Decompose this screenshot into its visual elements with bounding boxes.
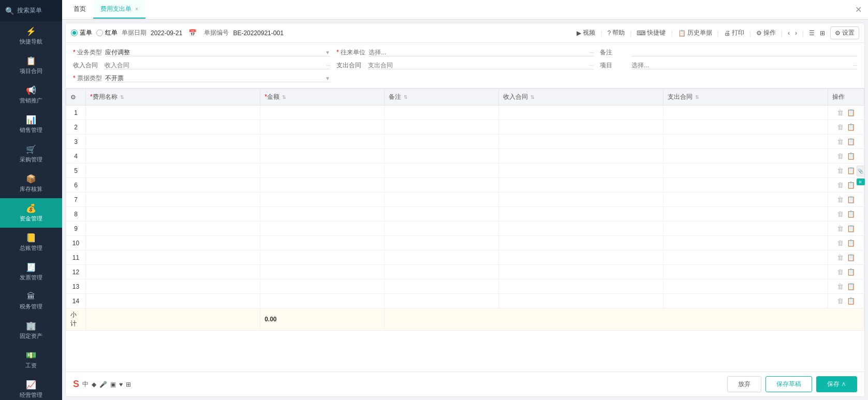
row-income-contract-12[interactable] xyxy=(498,265,663,279)
row-expense-name-8[interactable] xyxy=(86,207,260,221)
row-delete-1[interactable]: 🗑 xyxy=(837,109,844,116)
row-expense-contract-2[interactable] xyxy=(663,120,828,135)
toolbar-shortcut-btn[interactable]: ⌨ 快捷键 xyxy=(637,28,666,37)
row-amount-10[interactable] xyxy=(260,236,385,250)
calendar-icon[interactable]: 📅 xyxy=(188,29,197,37)
row-expense-contract-12[interactable] xyxy=(663,265,828,279)
row-income-contract-5[interactable] xyxy=(498,164,663,178)
th-income-sort-icon[interactable]: ⇅ xyxy=(531,95,535,100)
row-amount-7[interactable] xyxy=(260,192,385,207)
toolbar-help-btn[interactable]: ? 帮助 xyxy=(608,28,625,37)
row-expense-name-5[interactable] xyxy=(86,164,260,178)
row-delete-3[interactable]: 🗑 xyxy=(837,138,844,145)
row-expense-contract-9[interactable] xyxy=(663,221,828,236)
row-income-contract-11[interactable] xyxy=(498,250,663,265)
row-expense-contract-1[interactable] xyxy=(663,106,828,120)
row-expense-contract-13[interactable] xyxy=(663,279,828,294)
sidebar-item-quick-nav[interactable]: ⚡ 快捷导航 xyxy=(0,21,62,51)
grid-view-icon[interactable]: ⊞ xyxy=(820,29,825,37)
business-type-input[interactable] xyxy=(105,49,323,56)
row-expense-contract-10[interactable] xyxy=(663,236,828,250)
sidebar-item-sales[interactable]: 📊 销售管理 xyxy=(0,110,62,139)
row-income-contract-4[interactable] xyxy=(498,149,663,164)
invoice-type-input[interactable] xyxy=(105,75,323,82)
row-expense-contract-6[interactable] xyxy=(663,178,828,192)
row-expense-contract-4[interactable] xyxy=(663,149,828,164)
tab-close-icon[interactable]: × xyxy=(135,6,138,12)
row-amount-3[interactable] xyxy=(260,135,385,149)
sidebar-item-project-contract[interactable]: 📋 项目合同 xyxy=(0,51,62,80)
row-expense-contract-7[interactable] xyxy=(663,192,828,207)
row-note-2[interactable] xyxy=(384,120,498,135)
sidebar-item-salary[interactable]: 💵 工资 xyxy=(0,345,62,375)
row-amount-11[interactable] xyxy=(260,250,385,265)
row-expense-contract-8[interactable] xyxy=(663,207,828,221)
row-note-3[interactable] xyxy=(384,135,498,149)
row-copy-11[interactable]: 📋 xyxy=(847,254,855,261)
row-note-10[interactable] xyxy=(384,236,498,250)
row-copy-10[interactable]: 📋 xyxy=(847,239,855,247)
row-amount-5[interactable] xyxy=(260,164,385,178)
toolbar-operation-btn[interactable]: ⚙ 操作 xyxy=(756,28,776,37)
row-note-7[interactable] xyxy=(384,192,498,207)
save-button[interactable]: 保存 ∧ xyxy=(816,376,857,392)
row-amount-6[interactable] xyxy=(260,178,385,192)
sidebar-item-capital[interactable]: 💰 资金管理 xyxy=(0,198,62,228)
row-delete-5[interactable]: 🗑 xyxy=(837,167,844,174)
radio-blue[interactable]: 蓝单 xyxy=(71,28,92,37)
toolbar-video-btn[interactable]: ▶ 视频 xyxy=(577,28,595,37)
row-delete-14[interactable]: 🗑 xyxy=(837,297,844,305)
th-expense-sort-icon[interactable]: ⇅ xyxy=(695,95,699,100)
row-copy-6[interactable]: 📋 xyxy=(847,181,855,189)
window-close-button[interactable]: ✕ xyxy=(853,5,864,14)
settings-button[interactable]: ⚙ 设置 xyxy=(830,26,859,39)
partner-input[interactable] xyxy=(369,49,587,56)
sidebar-item-assets[interactable]: 🏢 固定资产 xyxy=(0,316,62,345)
row-copy-5[interactable]: 📋 xyxy=(847,167,855,174)
row-copy-12[interactable]: 📋 xyxy=(847,268,855,276)
row-expense-name-3[interactable] xyxy=(86,135,260,149)
row-delete-12[interactable]: 🗑 xyxy=(837,268,844,276)
row-delete-8[interactable]: 🗑 xyxy=(837,210,844,218)
row-delete-11[interactable]: 🗑 xyxy=(837,254,844,261)
sidebar-item-operations[interactable]: 📈 经营管理 xyxy=(0,375,62,400)
row-copy-3[interactable]: 📋 xyxy=(847,138,855,145)
row-note-5[interactable] xyxy=(384,164,498,178)
row-note-13[interactable] xyxy=(384,279,498,294)
th-settings[interactable]: ⚙ xyxy=(66,89,86,106)
sidebar-item-marketing[interactable]: 📢 营销推广 xyxy=(0,80,62,110)
discard-button[interactable]: 放弃 xyxy=(727,376,761,392)
row-copy-14[interactable]: 📋 xyxy=(847,297,855,305)
tab-expense[interactable]: 费用支出单 × xyxy=(93,1,145,19)
row-income-contract-6[interactable] xyxy=(498,178,663,192)
income-contract-ellipsis-icon[interactable]: ··· xyxy=(326,63,330,68)
row-expense-contract-5[interactable] xyxy=(663,164,828,178)
nav-right-btn[interactable]: › xyxy=(795,29,797,37)
row-expense-name-12[interactable] xyxy=(86,265,260,279)
row-expense-name-14[interactable] xyxy=(86,294,260,308)
partner-ellipsis-icon[interactable]: ··· xyxy=(590,50,594,55)
row-delete-4[interactable]: 🗑 xyxy=(837,152,844,160)
row-note-9[interactable] xyxy=(384,221,498,236)
row-amount-1[interactable] xyxy=(260,106,385,120)
toolbar-print-btn[interactable]: 🖨 打印 xyxy=(724,28,744,37)
row-copy-13[interactable]: 📋 xyxy=(847,283,855,290)
row-income-contract-2[interactable] xyxy=(498,120,663,135)
sidebar-item-purchase[interactable]: 🛒 采购管理 xyxy=(0,139,62,169)
row-income-contract-10[interactable] xyxy=(498,236,663,250)
row-income-contract-9[interactable] xyxy=(498,221,663,236)
row-copy-8[interactable]: 📋 xyxy=(847,210,855,218)
row-delete-2[interactable]: 🗑 xyxy=(837,123,844,131)
row-delete-9[interactable]: 🗑 xyxy=(837,225,844,232)
th-amount-sort-icon[interactable]: ⇅ xyxy=(282,95,286,100)
row-income-contract-7[interactable] xyxy=(498,192,663,207)
row-expense-name-13[interactable] xyxy=(86,279,260,294)
row-expense-name-7[interactable] xyxy=(86,192,260,207)
row-amount-12[interactable] xyxy=(260,265,385,279)
project-ellipsis-icon[interactable]: ··· xyxy=(853,63,857,68)
row-amount-2[interactable] xyxy=(260,120,385,135)
sticky-btn-2[interactable]: ≡ xyxy=(857,179,865,185)
row-income-contract-13[interactable] xyxy=(498,279,663,294)
row-expense-name-2[interactable] xyxy=(86,120,260,135)
row-copy-1[interactable]: 📋 xyxy=(847,109,855,116)
